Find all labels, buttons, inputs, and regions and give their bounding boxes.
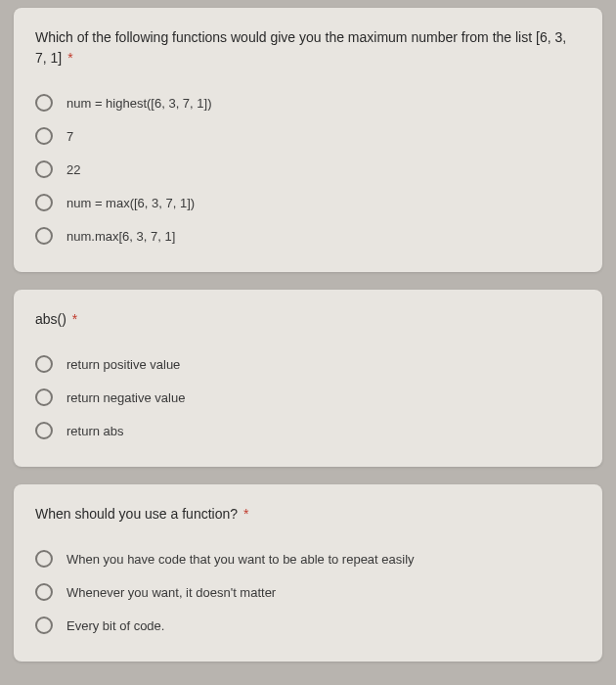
options-group: return positive value return negative va…: [35, 347, 581, 447]
question-prompt-text: abs(): [35, 311, 66, 327]
option[interactable]: Whenever you want, it doesn't matter: [35, 575, 581, 609]
radio-icon: [35, 422, 53, 439]
radio-icon: [35, 127, 53, 145]
question-prompt: When should you use a function? *: [35, 504, 581, 525]
question-prompt: Which of the following functions would g…: [35, 27, 581, 68]
options-group: num = highest([6, 3, 7, 1]) 7 22 num = m…: [35, 86, 581, 252]
option-label: return abs: [66, 424, 124, 438]
radio-icon: [35, 227, 53, 245]
required-asterisk: *: [72, 311, 77, 327]
question-card: When should you use a function? * When y…: [14, 484, 602, 662]
option-label: return positive value: [66, 357, 180, 372]
option[interactable]: num = max([6, 3, 7, 1]): [35, 186, 581, 219]
radio-icon: [35, 616, 53, 634]
option-label: 22: [66, 162, 80, 177]
radio-icon: [35, 550, 53, 568]
option[interactable]: return positive value: [35, 347, 581, 381]
option[interactable]: return abs: [35, 414, 581, 447]
radio-icon: [35, 160, 53, 178]
option[interactable]: Every bit of code.: [35, 609, 581, 642]
option[interactable]: 22: [35, 153, 581, 186]
option-label: num = max([6, 3, 7, 1]): [66, 196, 195, 210]
required-asterisk: *: [67, 50, 72, 66]
option[interactable]: 7: [35, 119, 581, 153]
option-label: Every bit of code.: [66, 618, 164, 633]
option[interactable]: num.max[6, 3, 7, 1]: [35, 219, 581, 252]
option[interactable]: When you have code that you want to be a…: [35, 542, 581, 575]
question-card: Which of the following functions would g…: [14, 8, 602, 272]
option-label: 7: [66, 129, 73, 144]
option[interactable]: num = highest([6, 3, 7, 1]): [35, 86, 581, 119]
option-label: Whenever you want, it doesn't matter: [66, 585, 276, 600]
option-label: num = highest([6, 3, 7, 1]): [66, 96, 212, 111]
radio-icon: [35, 355, 53, 373]
question-card: abs() * return positive value return neg…: [14, 290, 602, 467]
question-prompt: abs() *: [35, 309, 581, 330]
radio-icon: [35, 583, 53, 601]
question-prompt-text: Which of the following functions would g…: [35, 29, 566, 66]
option[interactable]: return negative value: [35, 381, 581, 414]
question-prompt-text: When should you use a function?: [35, 506, 238, 522]
radio-icon: [35, 388, 53, 406]
required-asterisk: *: [243, 506, 248, 522]
options-group: When you have code that you want to be a…: [35, 542, 581, 642]
radio-icon: [35, 194, 53, 211]
radio-icon: [35, 94, 53, 112]
option-label: num.max[6, 3, 7, 1]: [66, 229, 175, 244]
option-label: When you have code that you want to be a…: [66, 552, 415, 567]
option-label: return negative value: [66, 390, 185, 405]
